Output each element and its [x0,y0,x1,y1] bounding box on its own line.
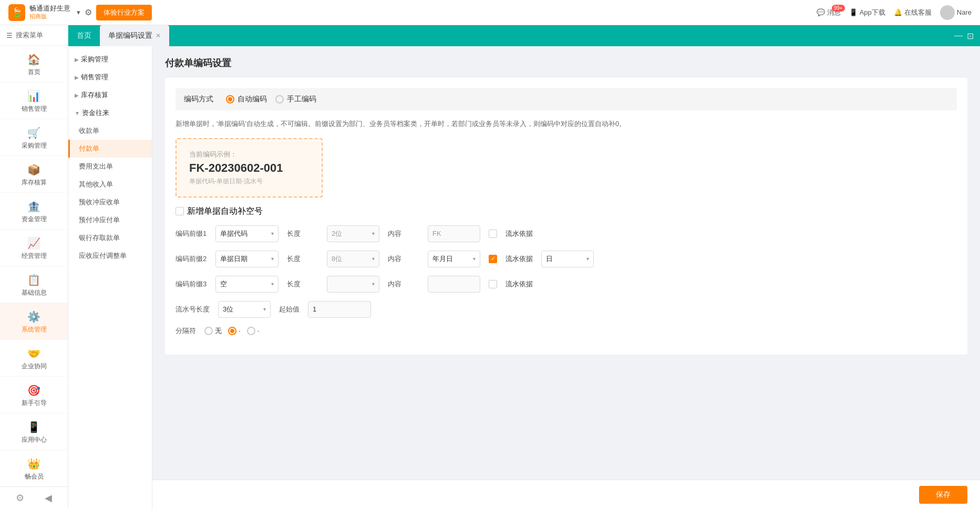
sidebar-item-system[interactable]: ⚙️ 系统管理 [0,303,68,340]
tab-encoding-settings[interactable]: 单据编码设置 ✕ [100,25,169,46]
top-bar-nav: ▾ ⚙ 体验行业方案 [77,5,152,20]
submenu-title-purchase[interactable]: ▶ 采购管理 [68,50,152,68]
start-value-input[interactable]: 1 [308,301,371,318]
search-menu-button[interactable]: ☰ 搜索菜单 [0,25,68,46]
length3-label: 长度 [287,279,318,289]
trial-button[interactable]: 体验行业方案 [96,5,152,20]
message-button[interactable]: 💬 消息 99+ [817,8,841,17]
collapse-icon[interactable]: ◀ [45,492,52,504]
submenu-item-bank[interactable]: 银行存取款单 [68,229,152,247]
search-icon: ☰ [6,32,13,39]
service-icon: 🔔 [894,8,902,16]
start-value-label: 起始值 [279,305,300,314]
logo-text-block: 畅通道好生意 招商版 [29,4,70,20]
logo: 🍃 畅通道好生意 招商版 [8,4,70,21]
submenu-title-inventory[interactable]: ▶ 库存核算 [68,86,152,104]
submenu-item-payment[interactable]: 付款单 [68,140,152,158]
sidebar-item-label: 系统管理 [22,325,47,334]
submenu-title-capital[interactable]: ▼ 资金往来 [68,104,152,122]
arrow-down-icon: ▼ [75,110,80,116]
app-download-button[interactable]: 📱 App下载 [849,8,885,17]
sidebar-item-operation[interactable]: 📈 经营管理 [0,230,68,266]
length2-select[interactable]: 8位 ▾ [327,251,379,267]
settings-bottom-icon[interactable]: ⚙ [16,492,24,504]
app-download-icon: 📱 [849,8,858,16]
sep-dot-radio[interactable] [247,327,255,335]
serial2-checkbox[interactable]: ✓ [489,255,497,263]
serial1-checkbox[interactable] [489,230,497,238]
sn-row: 流水号长度 3位 ▾ 起始值 1 [176,301,957,318]
submenu-title-sales[interactable]: ▶ 销售管理 [68,68,152,86]
username: Nare [957,8,972,16]
sidebar-item-label: 应用中心 [22,435,47,444]
tab-close-icon[interactable]: ✕ [156,32,161,39]
sidebar-item-apps[interactable]: 📱 应用中心 [0,413,68,450]
dropdown-arrow-icon: ▾ [77,8,80,16]
prefix3-select[interactable]: 空 ▾ [215,276,278,293]
submenu-item-receipt[interactable]: 收款单 [68,122,152,140]
sidebar-item-label: 库存核算 [22,178,47,187]
sidebar-item-purchase[interactable]: 🛒 采购管理 [0,119,68,156]
service-button[interactable]: 🔔 在线客服 [894,8,932,17]
sep-dash-option[interactable]: · [228,327,241,335]
tab-home[interactable]: 首页 [68,25,100,46]
sep-none-option[interactable]: 无 [204,326,222,336]
code-preview-label: 当前编码示例： [189,150,309,159]
sidebar-item-inventory[interactable]: 📦 库存核算 [0,156,68,193]
nav-dropdown[interactable]: ▾ [77,8,80,16]
manual-encode-radio[interactable] [275,95,284,103]
user-avatar [940,5,955,20]
submenu-item-expense[interactable]: 费用支出单 [68,158,152,175]
auto-fill-checkbox[interactable] [176,207,184,215]
save-button[interactable]: 保存 [919,486,967,504]
content2-select[interactable]: 年月日 ▾ [428,251,480,267]
sep-dash-radio[interactable] [228,327,236,335]
sidebar-item-member[interactable]: 👑 畅会员 [0,450,68,486]
length2-value: 8位 [332,254,342,264]
tab-bar-right: — ⊡ [954,31,980,41]
submenu-group-capital: ▼ 资金往来 收款单 付款单 费用支出单 其他收入单 预收冲应收单 预付冲应付单… [68,104,152,265]
prefix2-select[interactable]: 单据日期 ▾ [215,251,278,267]
submenu-item-adjust[interactable]: 应收应付调整单 [68,247,152,265]
manual-encode-option[interactable]: 手工编码 [275,95,316,104]
serial2-period-select[interactable]: 日 ▾ [541,251,594,267]
sales-icon: 📊 [27,90,40,102]
prefix2-value: 单据日期 [220,254,247,264]
sidebar-item-guide[interactable]: 🎯 新手引导 [0,377,68,413]
select-arrow-icon: ▾ [473,256,476,262]
user-info[interactable]: Nare [940,5,972,20]
sep-dot-option[interactable]: · [247,327,260,335]
sep-none-radio[interactable] [204,327,213,335]
select-arrow-icon: ▾ [372,231,375,236]
message-badge: 99+ [832,5,845,12]
sidebar-item-cooperation[interactable]: 🤝 企业协同 [0,340,68,377]
content3-input[interactable] [428,276,480,293]
sidebar-item-home[interactable]: 🏠 首页 [0,46,68,82]
length1-select[interactable]: 2位 ▾ [327,225,379,242]
length1-label: 长度 [287,229,318,238]
settings-icon[interactable]: ⚙ [85,7,92,17]
sn-length-select[interactable]: 3位 ▾ [218,301,271,318]
sidebar-item-finance[interactable]: 🏦 资金管理 [0,193,68,230]
tab-minimize-icon[interactable]: — [954,31,963,40]
prefix3-row: 编码前缀3 空 ▾ 长度 ▾ 内容 [176,276,957,293]
prefix1-select[interactable]: 单据代码 ▾ [215,225,278,242]
length3-select[interactable]: ▾ [327,276,379,293]
sidebar-item-sales[interactable]: 📊 销售管理 [0,82,68,119]
tab-maximize-icon[interactable]: ⊡ [967,31,974,41]
submenu-item-pre-receipt[interactable]: 预收冲应收单 [68,193,152,211]
sidebar-item-basic[interactable]: 📋 基础信息 [0,266,68,303]
page-title: 付款单编码设置 [165,57,967,69]
content1-input[interactable]: FK [428,225,480,242]
home-icon: 🏠 [27,53,40,66]
auto-fill-label: 新增单据自动补空号 [187,206,263,217]
serial3-checkbox[interactable] [489,280,497,288]
auto-encode-label: 自动编码 [238,95,267,104]
separator-label: 分隔符 [176,326,196,336]
auto-encode-radio[interactable] [226,95,234,103]
auto-encode-option[interactable]: 自动编码 [226,95,267,104]
submenu-item-other-income[interactable]: 其他收入单 [68,175,152,193]
submenu-item-pre-payment[interactable]: 预付冲应付单 [68,211,152,229]
auto-fill-row: 新增单据自动补空号 [176,206,957,217]
top-bar-right: 💬 消息 99+ 📱 App下载 🔔 在线客服 Nare [817,5,972,20]
